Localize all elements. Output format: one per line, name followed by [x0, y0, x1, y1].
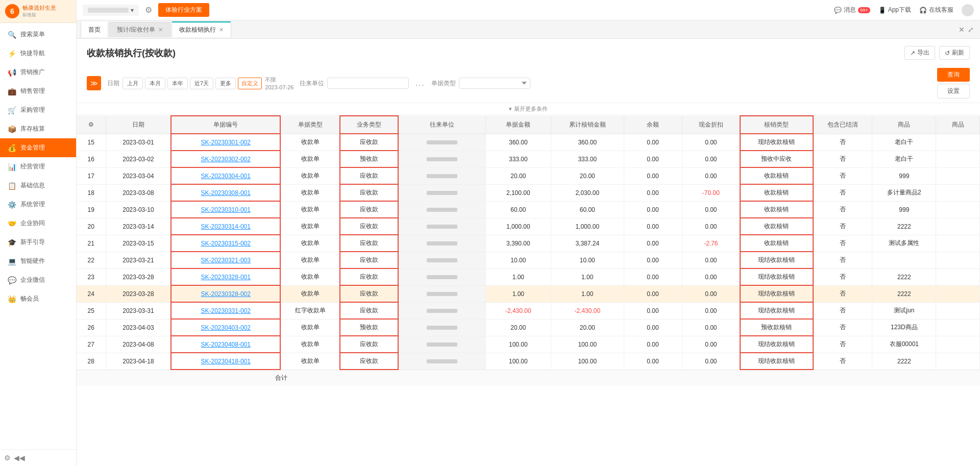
sidebar-item-营销推广[interactable]: 📢营销推广: [0, 63, 76, 82]
cell-product2: [936, 235, 980, 252]
collapse-icon[interactable]: ◀◀: [14, 454, 25, 462]
sidebar-item-搜索菜单[interactable]: 🔍搜索菜单: [0, 25, 76, 44]
cell-code[interactable]: SK-20230328-001: [171, 268, 280, 285]
date-this-year[interactable]: 本年: [167, 78, 188, 89]
tab-close-all-icon[interactable]: ✕: [959, 26, 965, 34]
date-this-month[interactable]: 本月: [145, 78, 165, 89]
filter-toggle-button[interactable]: ≫: [87, 76, 101, 90]
partner-input[interactable]: [327, 78, 409, 89]
settings-icon[interactable]: ⚙: [4, 454, 11, 462]
cell-discount: 0.00: [682, 336, 740, 353]
col-settings-icon[interactable]: ⚙: [88, 121, 94, 128]
voucher-type-select[interactable]: [459, 78, 530, 89]
table-row[interactable]: 24 2023-03-28 SK-20230328-002 收款单 应收款 1.…: [77, 285, 980, 302]
query-button[interactable]: 查询: [937, 68, 970, 82]
main-area: ▾ ⚙ 体验行业方案 💬 消息 99+ 📱 App下载 🎧 在线客服 首页预计/…: [77, 0, 980, 466]
cell-code[interactable]: SK-20230331-002: [171, 302, 280, 319]
cell-code[interactable]: SK-20230321-003: [171, 252, 280, 268]
table-row[interactable]: 28 2023-04-18 SK-20230418-001 收款单 应收款 10…: [77, 353, 980, 370]
th-settings[interactable]: ⚙: [77, 116, 106, 134]
cell-discount: 0.00: [682, 302, 740, 319]
industry-button[interactable]: 体验行业方案: [158, 3, 209, 17]
cell-amount: -2,430.00: [485, 302, 551, 319]
refresh-button[interactable]: ↺ 刷新: [939, 46, 970, 60]
table-row[interactable]: 26 2023-04-03 SK-20230403-002 收款单 预收款 20…: [77, 319, 980, 336]
cell-amount: 100.00: [485, 353, 551, 370]
cell-code[interactable]: SK-20230301-002: [171, 134, 280, 151]
cell-code[interactable]: SK-20230408-001: [171, 336, 280, 353]
workspace-selector[interactable]: ▾: [83, 5, 139, 16]
online-service-item[interactable]: 🎧 在线客服: [919, 6, 953, 14]
tab-expand-icon[interactable]: ⤢: [968, 26, 974, 34]
sidebar-item-企业微信[interactable]: 💬企业微信: [0, 271, 76, 289]
table-row[interactable]: 15 2023-03-01 SK-20230301-002 收款单 应收款 36…: [77, 134, 980, 151]
cell-code[interactable]: SK-20230310-001: [171, 201, 280, 218]
cell-code[interactable]: SK-20230308-001: [171, 184, 280, 201]
tab-label-2: 收款核销执行: [179, 26, 216, 34]
sidebar-item-新手引导[interactable]: 🎓新手引导: [0, 233, 76, 252]
cell-no: 25: [77, 302, 106, 319]
cell-code[interactable]: SK-20230418-001: [171, 353, 280, 370]
export-button[interactable]: ↗ 导出: [904, 46, 935, 60]
date-7days[interactable]: 近7天: [190, 78, 213, 89]
date-last-month[interactable]: 上月: [122, 78, 143, 89]
sidebar-item-快捷导航[interactable]: ⚡快捷导航: [0, 44, 76, 63]
sidebar-item-系统管理[interactable]: ⚙️系统管理: [0, 195, 76, 214]
cell-balance: 0.00: [624, 201, 682, 218]
cell-discount: -70.00: [682, 184, 740, 201]
tab-2[interactable]: 收款核销执行✕: [172, 21, 231, 37]
cell-date: 2023-04-03: [106, 319, 171, 336]
sidebar-item-畅会员[interactable]: 👑畅会员: [0, 289, 76, 308]
cell-partner: [398, 201, 485, 218]
sidebar-item-采购管理[interactable]: 🛒采购管理: [0, 101, 76, 119]
app-download-item[interactable]: 📱 App下载: [878, 6, 911, 14]
table-row[interactable]: 20 2023-03-14 SK-20230314-001 收款单 应收款 1,…: [77, 218, 980, 235]
sidebar-item-智能硬件[interactable]: 💻智能硬件: [0, 252, 76, 271]
table-row[interactable]: 22 2023-03-21 SK-20230321-003 收款单 应收款 10…: [77, 252, 980, 268]
sidebar-item-经营管理[interactable]: 📊经营管理: [0, 157, 76, 176]
sidebar-item-库存核算[interactable]: 📦库存核算: [0, 119, 76, 138]
cell-code[interactable]: SK-20230315-002: [171, 235, 280, 252]
cell-included: 否: [813, 302, 872, 319]
table-row[interactable]: 25 2023-03-31 SK-20230331-002 红字收款单 应收款 …: [77, 302, 980, 319]
cell-amount: 100.00: [485, 336, 551, 353]
sidebar-item-基础信息[interactable]: 📋基础信息: [0, 176, 76, 195]
cell-date: 2023-04-18: [106, 353, 171, 370]
notifications-item[interactable]: 💬 消息 99+: [834, 6, 870, 14]
date-custom[interactable]: 自定义: [238, 78, 262, 89]
cell-amount: 1.00: [485, 268, 551, 285]
tab-close-2[interactable]: ✕: [219, 27, 224, 33]
cell-code[interactable]: SK-20230314-001: [171, 218, 280, 235]
voucher-type-label: 单据类型: [431, 79, 456, 88]
table-row[interactable]: 19 2023-03-10 SK-20230310-001 收款单 应收款 60…: [77, 201, 980, 218]
expand-button[interactable]: ▾ 展开更多条件: [509, 105, 548, 113]
table-row[interactable]: 16 2023-03-02 SK-20230302-002 收款单 预收款 33…: [77, 151, 980, 167]
table-row[interactable]: 23 2023-03-28 SK-20230328-001 收款单 应收款 1.…: [77, 268, 980, 285]
cell-code[interactable]: SK-20230304-001: [171, 167, 280, 184]
footer-balance: [624, 370, 682, 386]
sidebar-nav: 🔍搜索菜单⚡快捷导航📢营销推广💼销售管理🛒采购管理📦库存核算💰资金管理📊经营管理…: [0, 23, 76, 449]
tab-0[interactable]: 首页: [81, 21, 108, 37]
nav-icon: 💼: [7, 87, 16, 95]
th-type: 单据类型: [280, 116, 340, 134]
cell-code[interactable]: SK-20230302-002: [171, 151, 280, 167]
table-row[interactable]: 27 2023-04-08 SK-20230408-001 收款单 应收款 10…: [77, 336, 980, 353]
table-row[interactable]: 21 2023-03-15 SK-20230315-002 收款单 应收款 3,…: [77, 235, 980, 252]
sidebar-item-资金管理[interactable]: 💰资金管理: [0, 138, 76, 157]
table-row[interactable]: 17 2023-03-04 SK-20230304-001 收款单 应收款 20…: [77, 167, 980, 184]
cell-code[interactable]: SK-20230403-002: [171, 319, 280, 336]
cell-included: 否: [813, 167, 872, 184]
tab-1[interactable]: 预计/应收付单✕: [109, 22, 170, 37]
date-more[interactable]: 更多: [215, 78, 236, 89]
user-avatar[interactable]: [962, 4, 974, 16]
table-container[interactable]: ⚙ 日期 单据编号 单据类型 业务类型 往来单位 单据金额 累计核销金额 余额 …: [77, 115, 980, 466]
tab-close-1[interactable]: ✕: [158, 27, 163, 33]
sidebar-item-销售管理[interactable]: 💼销售管理: [0, 82, 76, 101]
table-row[interactable]: 18 2023-03-08 SK-20230308-001 收款单 应收款 2,…: [77, 184, 980, 201]
cell-date: 2023-03-14: [106, 218, 171, 235]
gear-button[interactable]: ⚙: [145, 5, 152, 15]
cell-partner: [398, 235, 485, 252]
settings-button[interactable]: 设置: [937, 84, 970, 99]
cell-code[interactable]: SK-20230328-002: [171, 285, 280, 302]
sidebar-item-企业协同[interactable]: 🤝企业协同: [0, 214, 76, 233]
